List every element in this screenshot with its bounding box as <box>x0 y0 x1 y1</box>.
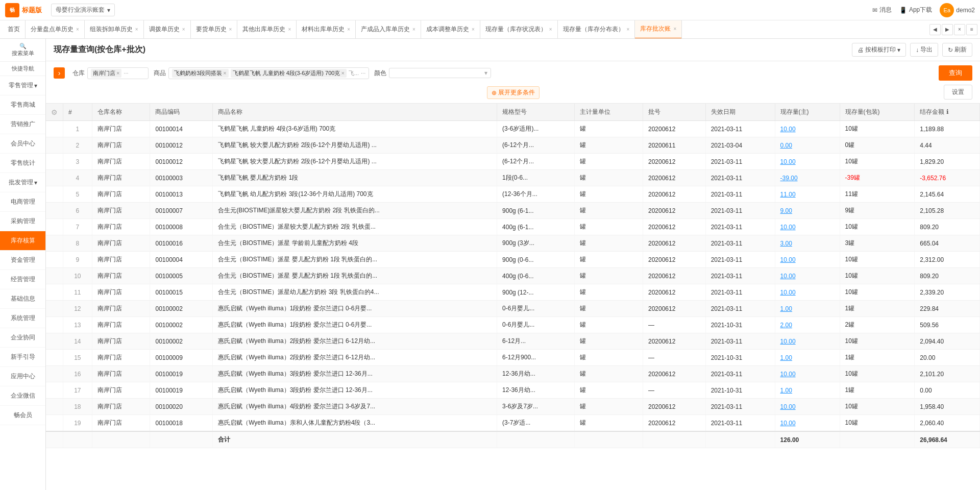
row-qty[interactable]: 2.00 <box>775 317 840 333</box>
row-qty[interactable]: 10.00 <box>775 415 840 432</box>
user-area[interactable]: Ea demo2 <box>940 3 975 17</box>
tab-9[interactable]: 现存量（库存状况表） × <box>480 20 558 39</box>
sidebar-item-member-center[interactable]: 会员中心 <box>0 134 45 154</box>
filter-more-dots2: ··· <box>361 70 365 76</box>
sidebar-item-system[interactable]: 系统管理 <box>0 309 45 328</box>
top-bar: 畅 标题版 母婴行业演示账套 ▾ ✉ 消息 📱 App下载 Ea demo2 <box>0 0 980 20</box>
query-btn[interactable]: 查询 <box>939 65 972 81</box>
tab-menu-btn[interactable]: ≡ <box>966 24 977 35</box>
table-row: 4 南岸门店 00100003 飞鹤星飞帆 婴儿配方奶粉 1段 1段(0-6..… <box>46 170 980 186</box>
tab-3[interactable]: 调拨单历史 × <box>144 20 191 39</box>
row-code: 00100014 <box>150 121 213 137</box>
close-icon[interactable]: × <box>412 27 415 32</box>
row-code: 00100005 <box>150 268 213 284</box>
close-icon[interactable]: × <box>182 27 185 32</box>
tab-next-btn[interactable]: ▶ <box>942 24 953 35</box>
tab-10[interactable]: 现存量（库存分布表） × <box>558 20 635 39</box>
row-qty[interactable]: 10.00 <box>775 284 840 301</box>
row-qty[interactable]: 10.00 <box>775 268 840 284</box>
breadcrumb-select[interactable]: 母婴行业演示账套 ▾ <box>51 4 115 16</box>
row-qty[interactable]: 10.00 <box>775 219 840 235</box>
sidebar-item-finance[interactable]: 资金管理 <box>0 251 45 270</box>
row-qty[interactable]: 10.00 <box>775 366 840 382</box>
color-tag-container[interactable]: ▾ <box>389 68 491 78</box>
row-qty[interactable]: 1.00 <box>775 382 840 399</box>
sidebar-item-marketing[interactable]: 营销推广 <box>0 115 45 134</box>
sidebar-search[interactable]: 🔍 搜索菜单 <box>0 39 45 62</box>
sidebar-item-retail-stats[interactable]: 零售统计 <box>0 154 45 173</box>
row-qty-pkg: -39罐 <box>840 170 915 186</box>
warehouse-tag-container[interactable]: 南岸门店 × ··· <box>87 67 149 79</box>
settings-btn[interactable]: 设置 <box>944 85 972 100</box>
row-qty[interactable]: 3.00 <box>775 235 840 252</box>
tab-7[interactable]: 产成品入库单历史 × <box>356 20 421 39</box>
close-icon[interactable]: × <box>76 27 79 32</box>
message-btn[interactable]: ✉ 消息 <box>872 6 892 14</box>
row-qty[interactable]: 10.00 <box>775 121 840 137</box>
tab-2[interactable]: 组装拆卸单历史 × <box>85 20 144 39</box>
sidebar-item-app-center[interactable]: 应用中心 <box>0 367 45 386</box>
row-num: 5 <box>63 186 92 203</box>
remove-product-tag-2[interactable]: × <box>341 70 344 76</box>
close-icon[interactable]: × <box>627 27 630 32</box>
tab-11[interactable]: 库存批次账 × <box>635 20 682 39</box>
table-row: 1 南岸门店 00100014 飞鹤星飞帆 儿童奶粉 4段(3-6岁适用) 70… <box>46 121 980 137</box>
sidebar-item-inventory[interactable]: 库存核算 <box>0 231 45 251</box>
tab-1[interactable]: 分量盘点单历史 × <box>26 20 85 39</box>
row-qty[interactable]: 10.00 <box>775 399 840 415</box>
close-icon[interactable]: × <box>472 27 475 32</box>
row-qty[interactable]: 0.00 <box>775 137 840 154</box>
row-qty[interactable]: 1.00 <box>775 350 840 366</box>
sidebar-item-guide[interactable]: 新手引导 <box>0 348 45 367</box>
sidebar-item-membership[interactable]: 畅会员 <box>0 406 45 425</box>
row-qty[interactable]: 10.00 <box>775 333 840 350</box>
row-qty[interactable]: 1.00 <box>775 301 840 317</box>
tab-4[interactable]: 要货单历史 × <box>191 20 238 39</box>
row-unit: 罐 <box>575 219 643 235</box>
row-qty[interactable]: 11.00 <box>775 186 840 203</box>
footer-empty-2 <box>63 431 92 448</box>
close-icon[interactable]: × <box>347 27 350 32</box>
close-icon[interactable]: × <box>135 27 138 32</box>
sidebar-quick-nav[interactable]: 快捷导航 <box>0 62 45 76</box>
refresh-btn[interactable]: ↻ 刷新 <box>942 43 972 57</box>
product-tag-container[interactable]: 飞鹤奶粉3段同搭装 × 飞鹤星飞帆 儿童奶粉 4段(3-6岁适用) 700克 ×… <box>168 67 369 79</box>
close-icon[interactable]: × <box>673 26 676 32</box>
export-btn[interactable]: ↓ 导出 <box>910 43 938 57</box>
expand-label: 展开更多条件 <box>498 88 535 97</box>
sidebar-item-operations[interactable]: 经营管理 <box>0 270 45 289</box>
sidebar-item-retail-mall[interactable]: 零售商城 <box>0 95 45 115</box>
row-qty[interactable]: -39.00 <box>775 170 840 186</box>
sidebar-item-label: 企业协同 <box>11 334 35 341</box>
remove-product-tag-1[interactable]: × <box>223 70 226 76</box>
expand-conditions-btn[interactable]: ⊕ 展开更多条件 <box>487 86 540 99</box>
close-icon[interactable]: × <box>229 27 232 32</box>
tab-close-btn[interactable]: × <box>954 24 965 35</box>
tab-prev-btn[interactable]: ◀ <box>929 24 941 35</box>
gear-icon[interactable]: ⚙ <box>51 108 58 116</box>
app-download-btn[interactable]: 📱 App下载 <box>899 6 932 14</box>
expand-icon: ⊕ <box>492 89 497 96</box>
tab-8[interactable]: 成本调整单历史 × <box>421 20 480 39</box>
row-qty[interactable]: 9.00 <box>775 203 840 219</box>
tab-5[interactable]: 其他出库单历史 × <box>237 20 297 39</box>
row-qty[interactable]: 10.00 <box>775 154 840 170</box>
tab-home[interactable]: 首页 <box>3 20 26 39</box>
close-icon[interactable]: × <box>549 27 552 32</box>
row-spec: 0-6月婴儿... <box>497 301 575 317</box>
sidebar-item-enterprise-wechat[interactable]: 企业微信 <box>0 386 45 406</box>
print-btn[interactable]: 🖨 按模板打印 ▾ <box>852 43 906 57</box>
close-icon[interactable]: × <box>288 27 291 32</box>
sidebar-item-ecommerce[interactable]: 电商管理 <box>0 192 45 212</box>
dropdown-arrow-icon: ▾ <box>484 69 487 77</box>
row-batch: 20200611 <box>643 137 705 154</box>
sidebar-item-basic-info[interactable]: 基础信息 <box>0 289 45 309</box>
row-qty[interactable]: 10.00 <box>775 252 840 268</box>
tab-6[interactable]: 材料出库单历史 × <box>297 20 356 39</box>
sidebar-item-wholesale-mgmt[interactable]: 批发管理 ▾ <box>0 173 45 192</box>
filter-expand-arrow[interactable]: › <box>54 67 65 79</box>
remove-warehouse-tag[interactable]: × <box>116 70 119 76</box>
sidebar-item-collab[interactable]: 企业协同 <box>0 328 45 348</box>
sidebar-item-retail-mgmt[interactable]: 零售管理 ▾ <box>0 76 45 95</box>
sidebar-item-purchase[interactable]: 采购管理 <box>0 212 45 231</box>
